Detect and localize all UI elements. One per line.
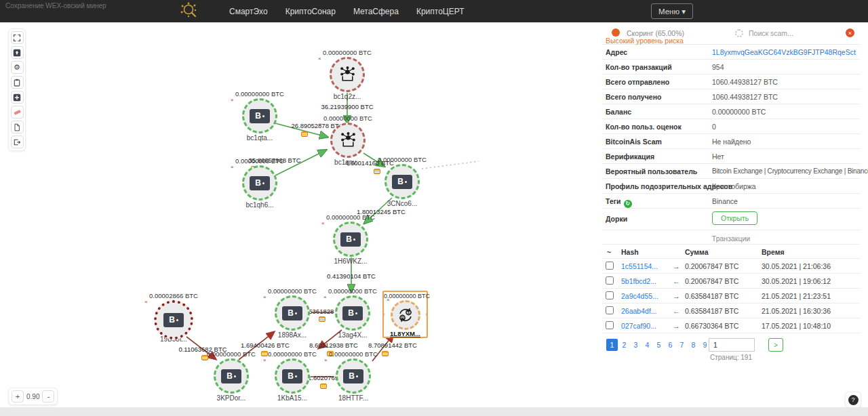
row-value: Bitcoin Exchange | Cryptocurrency Exchan…	[712, 167, 868, 175]
page-number-input[interactable]	[709, 338, 755, 352]
tx-amount: 0.20067847 BTC	[685, 262, 738, 270]
panel-row-verification: Верификация Нет	[602, 149, 860, 164]
col-sum: Сумма	[685, 248, 709, 256]
mixer-node-icon[interactable]	[330, 57, 365, 92]
col-time: Время	[762, 248, 785, 256]
wallet-node-icon[interactable]: B	[333, 222, 368, 257]
zoom-out-button[interactable]: -	[42, 390, 54, 402]
node-address[interactable]: bc1qh6...	[222, 201, 297, 209]
row-value: Нет	[712, 152, 724, 161]
graph-node-19b58t: 0.00002866 BTC × B 19B58t...	[136, 292, 211, 343]
row-value: 0.00000000 BTC	[712, 108, 766, 116]
tx-hash-link[interactable]: 26aab4df...	[621, 307, 657, 315]
row-label: Всего получено	[606, 93, 661, 101]
tx-checkbox[interactable]	[606, 321, 614, 329]
node-address[interactable]: 13ag4X...	[315, 331, 390, 339]
tx-in-arrow-icon: ←	[673, 277, 680, 285]
row-label: Дорки	[606, 215, 627, 223]
page-button-7[interactable]: 7	[676, 339, 688, 351]
edge-details-icon[interactable]	[301, 131, 308, 137]
panel-row-user-ratings: Кол-во польз. оценок 0	[602, 119, 860, 134]
tx-checkbox[interactable]	[606, 306, 614, 314]
close-panel-icon[interactable]: ×	[846, 28, 854, 37]
tx-amount: 0.63584187 BTC	[685, 307, 738, 315]
risk-level-label: Высокий уровень риска	[606, 37, 684, 45]
row-label: BitcoinAis Scam	[606, 138, 662, 146]
delete-node-icon[interactable]: ×	[324, 358, 328, 363]
tx-hash-link[interactable]: 2a9c4d55...	[621, 292, 658, 300]
tx-hash-link[interactable]: 027caf90...	[621, 322, 656, 330]
node-address[interactable]: 1L8YXM...	[384, 330, 427, 337]
wallet-node-icon[interactable]: B	[154, 300, 193, 339]
delete-node-icon[interactable]: ×	[387, 297, 390, 303]
delete-node-icon[interactable]: ×	[321, 221, 325, 226]
tx-hash-link[interactable]: 1c551154...	[621, 262, 658, 270]
next-page-button[interactable]: >	[768, 338, 783, 352]
delete-node-icon[interactable]: ×	[319, 122, 322, 127]
graph-canvas[interactable]: ⚙	[0, 22, 868, 407]
transaction-graph: 36.21939900 BTC 26.89052878 BTC 35.86657…	[0, 22, 602, 407]
open-dorks-button[interactable]: Открыть	[712, 211, 757, 225]
page-button-6[interactable]: 6	[665, 339, 676, 351]
wallet-node-icon[interactable]: B	[384, 164, 420, 199]
row-label: Всего отправлено	[606, 78, 669, 86]
delete-node-icon[interactable]: ×	[323, 295, 327, 300]
delete-node-icon[interactable]: ×	[318, 56, 321, 62]
edge-amount: 36.21939900 BTC	[321, 103, 373, 110]
question-icon: ?	[848, 395, 859, 405]
node-address[interactable]: 1H6WKZ...	[313, 257, 388, 265]
wallet-node-icon[interactable]: B	[275, 358, 310, 394]
delete-node-icon[interactable]: ×	[231, 165, 234, 170]
delete-node-icon[interactable]: ×	[263, 358, 267, 363]
page-button-3[interactable]: 3	[630, 339, 642, 351]
tx-checkbox[interactable]	[606, 262, 614, 270]
delete-node-icon[interactable]: ×	[231, 98, 234, 103]
node-balance: 0.00000000 BTC	[365, 156, 439, 163]
wallet-node-icon[interactable]: B	[275, 295, 310, 331]
zoom-in-button[interactable]: +	[12, 390, 24, 402]
page-button-4[interactable]: 4	[642, 339, 653, 351]
edge-amount: 8.70891442 BTC	[368, 341, 417, 349]
page-button-8[interactable]: 8	[688, 339, 699, 351]
wallet-node-icon[interactable]: B	[336, 358, 371, 394]
page-button-2[interactable]: 2	[618, 339, 630, 351]
delete-node-icon[interactable]: ×	[144, 299, 148, 305]
menu-button[interactable]: Меню ▾	[651, 3, 693, 19]
tx-hash-link[interactable]: 5b1fbcd2...	[621, 277, 656, 285]
node-address[interactable]: bc1qta...	[222, 134, 297, 142]
tx-checkbox[interactable]	[606, 291, 614, 299]
wallet-node-icon[interactable]: B	[242, 165, 277, 201]
scam-search-label: Поиск scam...	[749, 29, 793, 37]
exchange-node-icon[interactable]: $ B	[391, 300, 420, 330]
frame-left-arrow-icon[interactable]: ‹	[383, 311, 385, 318]
wallet-node-icon[interactable]: B	[214, 358, 249, 394]
transactions-title: Транзакции	[602, 230, 860, 244]
address-link[interactable]: 1L8yxmvqGeaKGC64VzkBG9FJTP48RqeSct	[712, 48, 856, 56]
row-value: Не найдено	[712, 138, 751, 146]
mixer-node-icon[interactable]	[330, 123, 366, 158]
node-address[interactable]: bc1q2z...	[310, 93, 384, 100]
tags-refresh-icon[interactable]: ↻	[624, 200, 632, 208]
transaction-row: 26aab4df... ← 0.63584187 BTC 21.05.2021 …	[602, 304, 860, 318]
tx-in-arrow-icon: ←	[673, 307, 680, 315]
page-button-5[interactable]: 5	[653, 339, 665, 351]
wallet-node-icon[interactable]: B	[335, 295, 370, 331]
zoom-control: + 0.90 -	[8, 388, 58, 405]
tx-checkbox[interactable]	[606, 276, 614, 285]
frame-right-arrow-icon[interactable]: ›	[425, 311, 427, 318]
panel-header: Скоринг (65.00%) Высокий уровень риска П…	[602, 26, 860, 45]
tx-time: 17.05.2021 | 10:48:10	[762, 322, 831, 330]
tx-out-arrow-icon: →	[673, 292, 680, 300]
graph-node-1l8yxm-selected[interactable]: × ‹ › 0.00000000 BTC $ B 1L8YXM..	[382, 291, 428, 338]
delete-node-icon[interactable]: ×	[263, 295, 267, 300]
tx-out-arrow-icon: →	[673, 322, 680, 330]
tx-time: 21.05.2021 | 21:23:51	[762, 292, 831, 300]
node-address[interactable]: 18HTTF...	[316, 394, 391, 402]
page-button-1[interactable]: 1	[606, 339, 618, 351]
help-button[interactable]: ?	[845, 392, 861, 408]
wallet-node-icon[interactable]: B	[242, 98, 277, 133]
menu-label: Меню	[658, 7, 679, 16]
graph-node-3cnco6: 0.00000000 BTC B 3CNco6...	[365, 156, 439, 207]
window-bottom-edge	[0, 407, 868, 416]
node-address[interactable]: 3CNco6...	[365, 200, 439, 207]
